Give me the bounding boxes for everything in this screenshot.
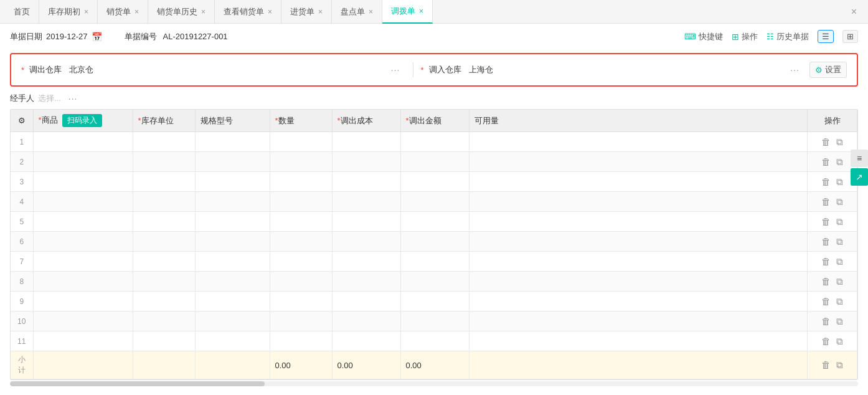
close-window-btn[interactable]: × [845, 6, 863, 17]
cell-product[interactable] [33, 292, 133, 312]
cell-product[interactable] [33, 172, 133, 192]
copy-icon[interactable]: ⧉ [836, 156, 843, 167]
layout2-btn[interactable]: ⊞ [842, 30, 858, 43]
cell-product[interactable] [33, 232, 133, 252]
cell-qty[interactable] [270, 232, 332, 252]
close-sales-order[interactable]: × [134, 7, 139, 16]
horizontal-scrollbar[interactable] [10, 381, 858, 386]
subtotal-delete-icon[interactable]: 🗑 [821, 359, 831, 370]
copy-icon[interactable]: ⧉ [836, 216, 843, 227]
operation-btn[interactable]: ⊞ 操作 [732, 31, 758, 42]
cell-product[interactable] [33, 252, 133, 272]
cell-amount[interactable] [400, 132, 469, 152]
tab-stock-init[interactable]: 库存期初 × [39, 0, 98, 24]
cell-cost[interactable] [332, 272, 400, 292]
cell-product[interactable] [33, 331, 133, 351]
tab-view-sales[interactable]: 查看销货单 × [215, 0, 281, 24]
cell-cost[interactable] [332, 172, 400, 192]
cell-product[interactable] [33, 212, 133, 232]
subtotal-copy-icon[interactable]: ⧉ [836, 359, 843, 370]
delete-icon[interactable]: 🗑 [821, 176, 831, 187]
cell-qty[interactable] [270, 331, 332, 351]
delete-icon[interactable]: 🗑 [821, 336, 831, 346]
delete-icon[interactable]: 🗑 [821, 236, 831, 247]
copy-icon[interactable]: ⧉ [836, 336, 843, 346]
layout1-btn[interactable]: ☰ [818, 30, 834, 43]
tab-inventory[interactable]: 盘点单 × [332, 0, 382, 24]
cell-cost[interactable] [332, 232, 400, 252]
cell-amount[interactable] [400, 292, 469, 312]
delete-icon[interactable]: 🗑 [821, 316, 831, 326]
cell-qty[interactable] [270, 312, 332, 331]
cell-amount[interactable] [400, 212, 469, 232]
tab-transfer[interactable]: 调拨单 × [382, 0, 433, 24]
cell-cost[interactable] [332, 152, 400, 172]
cell-product[interactable] [33, 192, 133, 212]
cell-product[interactable] [33, 312, 133, 331]
transfer-in-more-btn[interactable]: ··· [785, 65, 804, 75]
copy-icon[interactable]: ⧉ [836, 296, 843, 307]
cell-qty[interactable] [270, 272, 332, 292]
th-gear[interactable]: ⚙ [11, 110, 33, 132]
copy-icon[interactable]: ⧉ [836, 136, 843, 147]
shortcut-btn[interactable]: ⌨ 快捷键 [684, 31, 723, 42]
copy-icon[interactable]: ⧉ [836, 276, 843, 287]
close-sales-history[interactable]: × [201, 7, 205, 16]
tab-purchase[interactable]: 进货单 × [281, 0, 332, 24]
close-view-sales[interactable]: × [268, 7, 272, 16]
cell-product[interactable] [33, 152, 133, 172]
settings-btn[interactable]: ⚙ 设置 [809, 62, 847, 78]
delete-icon[interactable]: 🗑 [821, 136, 831, 147]
copy-icon[interactable]: ⧉ [836, 196, 843, 207]
copy-icon[interactable]: ⧉ [836, 256, 843, 267]
close-purchase[interactable]: × [318, 7, 323, 16]
cell-amount[interactable] [400, 331, 469, 351]
cell-cost[interactable] [332, 331, 400, 351]
cell-amount[interactable] [400, 192, 469, 212]
cell-qty[interactable] [270, 152, 332, 172]
cell-amount[interactable] [400, 252, 469, 272]
cell-amount[interactable] [400, 172, 469, 192]
cell-qty[interactable] [270, 172, 332, 192]
cell-qty[interactable] [270, 132, 332, 152]
person-select[interactable]: 选择... [38, 93, 61, 104]
delete-icon[interactable]: 🗑 [821, 276, 831, 287]
cell-qty[interactable] [270, 192, 332, 212]
close-transfer[interactable]: × [419, 7, 423, 16]
scan-btn[interactable]: 扫码录入 [62, 114, 102, 127]
calendar-icon[interactable]: 📅 [92, 32, 102, 42]
tab-home[interactable]: 首页 [5, 0, 39, 24]
float-expand-btn[interactable]: ↗ [851, 168, 868, 186]
delete-icon[interactable]: 🗑 [821, 156, 831, 167]
cell-product[interactable] [33, 272, 133, 292]
cell-qty[interactable] [270, 292, 332, 312]
delete-icon[interactable]: 🗑 [821, 196, 831, 207]
tab-sales-order[interactable]: 销货单 × [98, 0, 148, 24]
person-more-btn[interactable]: ··· [68, 93, 78, 103]
cell-qty[interactable] [270, 212, 332, 232]
cell-cost[interactable] [332, 312, 400, 331]
float-list-btn[interactable]: ≡ [851, 150, 868, 167]
copy-icon[interactable]: ⧉ [836, 176, 843, 187]
tab-sales-history[interactable]: 销货单历史 × [148, 0, 215, 24]
cell-cost[interactable] [332, 252, 400, 272]
history-btn[interactable]: ☷ 历史单据 [767, 31, 809, 42]
cell-product[interactable] [33, 132, 133, 152]
cell-amount[interactable] [400, 312, 469, 331]
cell-cost[interactable] [332, 212, 400, 232]
cell-amount[interactable] [400, 152, 469, 172]
transfer-out-more-btn[interactable]: ··· [386, 65, 405, 75]
cell-cost[interactable] [332, 132, 400, 152]
cell-amount[interactable] [400, 232, 469, 252]
delete-icon[interactable]: 🗑 [821, 216, 831, 227]
cell-qty[interactable] [270, 252, 332, 272]
delete-icon[interactable]: 🗑 [821, 296, 831, 307]
copy-icon[interactable]: ⧉ [836, 316, 843, 326]
delete-icon[interactable]: 🗑 [821, 256, 831, 267]
cell-cost[interactable] [332, 292, 400, 312]
copy-icon[interactable]: ⧉ [836, 236, 843, 247]
cell-cost[interactable] [332, 192, 400, 212]
cell-amount[interactable] [400, 272, 469, 292]
close-stock-init[interactable]: × [84, 7, 88, 16]
close-inventory[interactable]: × [369, 7, 373, 16]
